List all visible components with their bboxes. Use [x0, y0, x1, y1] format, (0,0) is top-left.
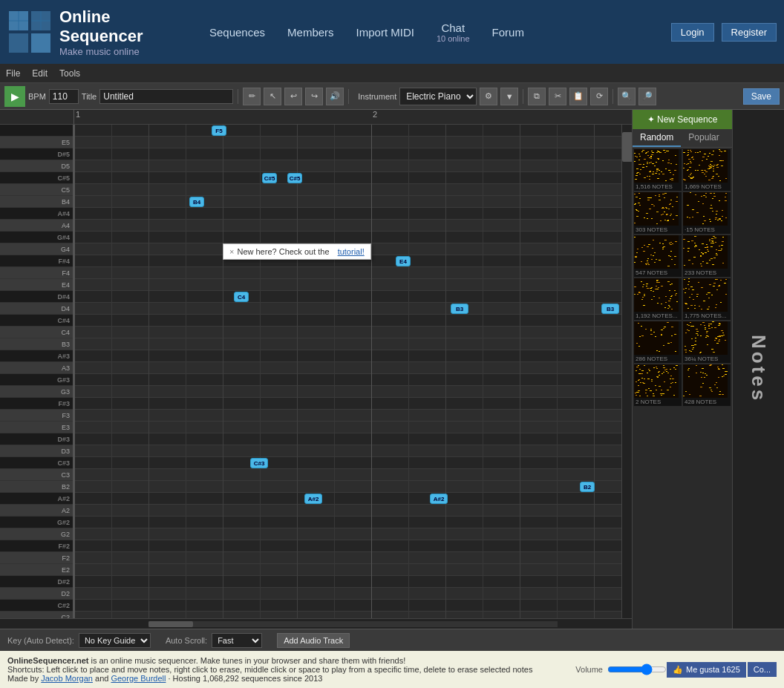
thumb-2[interactable]: 1,669 NOTES: [683, 149, 731, 191]
thumb-9[interactable]: 286 NOTES: [634, 321, 682, 363]
key-g3[interactable]: G3: [0, 386, 73, 398]
key-g2[interactable]: G2: [0, 528, 73, 540]
thumb-8[interactable]: 1,775 NOTES...: [683, 278, 731, 320]
note-b2[interactable]: B2: [580, 482, 595, 492]
nav-chat[interactable]: Chat 10 online: [437, 22, 470, 43]
key-gs3[interactable]: G#3: [0, 374, 73, 386]
instrument-extra-icon[interactable]: ▼: [500, 88, 518, 105]
instrument-settings-icon[interactable]: ⚙: [480, 88, 497, 105]
menu-file[interactable]: File: [6, 68, 20, 79]
tooltip-close-button[interactable]: ×: [229, 247, 234, 256]
key-ds4[interactable]: D#4: [0, 291, 73, 303]
menu-tools[interactable]: Tools: [59, 68, 80, 79]
thumb-7[interactable]: 1,192 NOTES...: [634, 278, 682, 320]
key-ds5[interactable]: D#5: [0, 148, 73, 160]
autoscroll-select[interactable]: Fast Off Slow Medium: [212, 633, 262, 648]
new-sequence-button[interactable]: ✦ New Sequence: [633, 110, 732, 129]
key-ds2[interactable]: D#2: [0, 576, 73, 588]
note-b3b[interactable]: B3: [601, 304, 619, 314]
undo-icon[interactable]: ↩: [284, 88, 302, 105]
key-b4[interactable]: B4: [0, 196, 73, 208]
cut-icon[interactable]: ✂: [549, 88, 566, 105]
key-a4[interactable]: A4: [0, 220, 73, 232]
v-scrollbar[interactable]: [621, 125, 632, 618]
copy-icon[interactable]: ⧉: [528, 88, 546, 105]
key-f2[interactable]: F2: [0, 552, 73, 564]
key-e2[interactable]: E2: [0, 564, 73, 576]
key-g4[interactable]: G4: [0, 243, 73, 255]
key-gs4[interactable]: G#4: [0, 232, 73, 243]
key-a3[interactable]: A3: [0, 362, 73, 374]
note-as2a[interactable]: A#2: [304, 494, 322, 504]
key-f3[interactable]: F3: [0, 410, 73, 422]
note-cs5b[interactable]: C#5: [287, 173, 302, 183]
tooltip-link[interactable]: tutorial!: [338, 247, 365, 256]
key-d5[interactable]: D5: [0, 160, 73, 172]
note-as2b[interactable]: A#2: [430, 494, 448, 504]
key-gs2[interactable]: G#2: [0, 517, 73, 528]
key-fs2[interactable]: F#2: [0, 540, 73, 552]
login-button[interactable]: Login: [671, 23, 714, 42]
key-f5[interactable]: [0, 125, 73, 137]
volume-slider[interactable]: [607, 664, 667, 675]
note-e4[interactable]: E4: [396, 256, 411, 266]
nav-members[interactable]: Members: [287, 26, 334, 39]
paste-icon[interactable]: 📋: [569, 88, 587, 105]
redo-icon[interactable]: ↪: [305, 88, 323, 105]
instrument-select[interactable]: Electric Piano Piano Guitar Drums: [399, 88, 477, 105]
nav-forum[interactable]: Forum: [492, 26, 524, 39]
thumb-5[interactable]: 547 NOTES: [634, 235, 682, 277]
h-scroll-thumb[interactable]: [148, 621, 193, 627]
h-scroll-track[interactable]: [148, 621, 558, 627]
thumb-6[interactable]: 233 NOTES: [683, 235, 731, 277]
key-b3[interactable]: B3: [0, 338, 73, 350]
nav-sequences[interactable]: Sequences: [209, 26, 265, 39]
pencil-icon[interactable]: ✏: [243, 88, 261, 105]
facebook-comment-button[interactable]: Co...: [748, 662, 777, 677]
key-e3[interactable]: E3: [0, 422, 73, 433]
key-fs3[interactable]: F#3: [0, 398, 73, 410]
key-d2[interactable]: D2: [0, 588, 73, 600]
search-icon[interactable]: 🔍: [618, 88, 636, 105]
register-button[interactable]: Register: [722, 23, 777, 42]
key-c5[interactable]: C5: [0, 184, 73, 196]
key-c2[interactable]: C2: [0, 612, 73, 618]
key-e4[interactable]: E4: [0, 279, 73, 291]
volume-icon[interactable]: 🔊: [326, 88, 344, 105]
menu-edit[interactable]: Edit: [32, 68, 48, 79]
author2-link[interactable]: George Burdell: [111, 674, 166, 683]
cursor-icon[interactable]: ↖: [264, 88, 281, 105]
key-cs5[interactable]: C#5: [0, 172, 73, 184]
thumb-3[interactable]: 303 NOTES: [634, 192, 682, 234]
v-scroll-thumb[interactable]: [622, 132, 632, 162]
key-c3[interactable]: C3: [0, 469, 73, 481]
add-audio-track-button[interactable]: Add Audio Track: [277, 633, 350, 648]
key-b2[interactable]: B2: [0, 481, 73, 493]
note-b4[interactable]: B4: [189, 197, 204, 207]
loop-icon[interactable]: ⟳: [590, 88, 608, 105]
key-select[interactable]: No Key Guide C Major G Major: [79, 633, 151, 648]
key-a2[interactable]: A2: [0, 505, 73, 517]
tab-random[interactable]: Random: [633, 129, 681, 147]
note-c4[interactable]: C4: [234, 292, 249, 302]
key-cs2[interactable]: C#2: [0, 600, 73, 612]
zoom-icon[interactable]: 🔎: [638, 88, 656, 105]
key-f4[interactable]: F4: [0, 267, 73, 279]
note-f5[interactable]: F5: [212, 125, 226, 136]
play-button[interactable]: ▶: [4, 86, 25, 107]
key-e5[interactable]: E5: [0, 137, 73, 148]
note-b3a[interactable]: B3: [451, 304, 468, 314]
facebook-like-button[interactable]: 👍 Me gusta 1625: [667, 662, 746, 678]
note-cs3[interactable]: C#3: [250, 458, 268, 468]
key-cs3[interactable]: C#3: [0, 457, 73, 469]
key-c4[interactable]: C4: [0, 327, 73, 338]
key-as2[interactable]: A#2: [0, 493, 73, 505]
bpm-input[interactable]: [49, 89, 79, 104]
title-input[interactable]: [99, 89, 233, 104]
key-ds3[interactable]: D#3: [0, 433, 73, 445]
thumb-12[interactable]: 428 NOTES: [683, 364, 731, 406]
author1-link[interactable]: Jacob Morgan: [41, 674, 93, 683]
thumb-11[interactable]: 2 NOTES: [634, 364, 682, 406]
grid-area[interactable]: // Will be drawn by init script F5 C#5 C…: [74, 125, 621, 618]
key-cs4[interactable]: C#4: [0, 315, 73, 327]
